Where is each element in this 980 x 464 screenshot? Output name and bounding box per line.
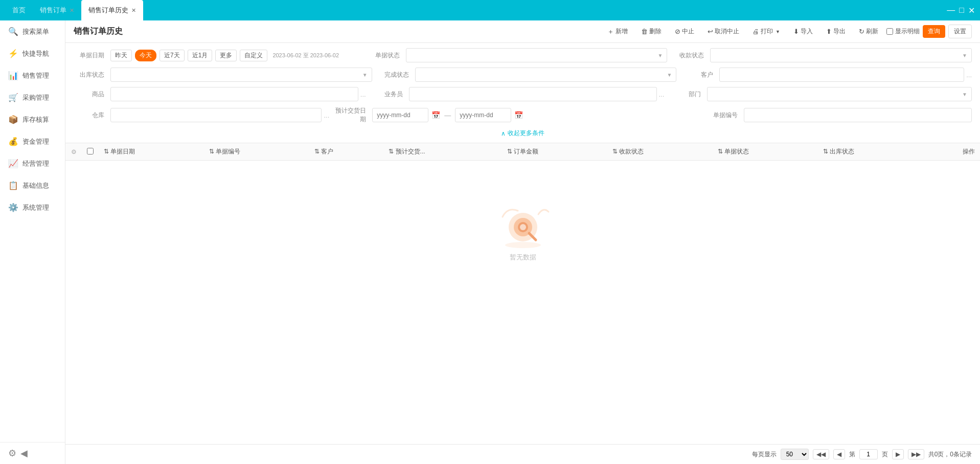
complete-status-select[interactable]: ▼ [415,68,677,82]
sidebar-item-sys-mgmt[interactable]: ⚙️系统管理 [0,196,65,218]
stop-label: 中止 [682,27,694,36]
sidebar-item-quick-nav[interactable]: ⚡快捷导航 [0,42,65,64]
sidebar-icon-base-info: 📋 [8,181,18,190]
calendar-start-icon[interactable]: 📅 [431,111,440,119]
minimize-button[interactable]: — [947,6,955,15]
warehouse-label: 仓库 [74,111,104,120]
table-header: ⚙ ⇅ 单据日期 ⇅ 单据编号 ⇅ 客户 [65,143,980,161]
tab-bar: 首页销售订单✕销售订单历史✕ [5,0,947,20]
warehouse-dots[interactable]: ... [324,112,329,119]
delete-button[interactable]: 🗑删除 [636,25,667,38]
delete-icon: 🗑 [641,28,648,35]
tab-close-sales-order-history[interactable]: ✕ [131,7,136,14]
sidebar-item-operations[interactable]: 📈经营管理 [0,152,65,174]
sidebar-label-quick-nav: 快捷导航 [22,49,49,58]
next-page-button[interactable]: ▶ [892,449,904,459]
data-table: ⚙ ⇅ 单据日期 ⇅ 单据编号 ⇅ 客户 [65,143,980,161]
date-option-自定义[interactable]: 自定义 [240,50,267,61]
collapse-sidebar-icon[interactable]: ◀ [20,448,28,459]
display-detail-checkbox[interactable] [886,28,893,35]
warehouse-input[interactable] [110,108,322,122]
table-area: ⚙ ⇅ 单据日期 ⇅ 单据编号 ⇅ 客户 [65,143,980,444]
outstock-status-arrow: ▼ [362,72,368,78]
maximize-button[interactable]: □ [959,6,964,15]
print-button[interactable]: 🖨打印▼ [747,25,785,38]
new-button[interactable]: ＋新增 [602,25,633,38]
last-page-button[interactable]: ▶▶ [908,449,924,459]
settings-button[interactable]: 设置 [948,25,972,38]
sidebar-item-purchase-mgmt[interactable]: 🛒采购管理 [0,86,65,108]
sidebar-icon-sys-mgmt: ⚙️ [8,203,18,212]
column-payment-status: ⇅ 收款状态 [607,143,713,161]
column-order-amount-label: ⇅ 订单金额 [507,148,538,155]
outstock-status-label: 出库状态 [74,71,104,79]
sidebar-item-finance[interactable]: 💰资金管理 [0,130,65,152]
delete-label: 删除 [649,27,662,36]
salesperson-dots[interactable]: ... [659,91,665,98]
query-button[interactable]: 查询 [923,25,945,38]
print-dropdown-icon: ▼ [776,29,780,34]
total-text: 共0页，0条记录 [928,450,972,459]
bill-no-label: 单据编号 [707,111,738,120]
date-option-近7天[interactable]: 近7天 [159,50,185,61]
goods-dots[interactable]: ... [360,91,366,98]
prev-page-button[interactable]: ◀ [833,449,845,459]
export-button[interactable]: ⬆导出 [821,25,851,38]
stop-button[interactable]: ⊘中止 [670,25,699,38]
sidebar-label-inventory: 库存核算 [22,115,49,124]
bill-status-select[interactable]: ▼ [406,48,668,62]
sidebar-item-base-info[interactable]: 📋基础信息 [0,174,65,196]
sidebar-item-search-menu[interactable]: 🔍搜索菜单 [0,20,65,42]
calendar-end-icon[interactable]: 📅 [514,111,523,119]
close-window-button[interactable]: ✕ [968,6,975,15]
filter-row-4: 仓库 ... 预计交货日期 📅 — 📅 单据编号 [74,106,972,124]
settings-icon[interactable]: ⚙ [8,448,16,459]
bill-status-arrow: ▼ [657,53,663,58]
outstock-status-select[interactable]: ▼ [110,68,372,82]
expected-date-start[interactable] [372,108,428,122]
collapse-filter-row[interactable]: ∧ 收起更多条件 [74,129,972,138]
column-settings[interactable]: ⚙ [65,143,82,161]
sidebar-item-inventory[interactable]: 📦库存核算 [0,108,65,130]
refresh-button[interactable]: ↻刷新 [854,25,883,38]
date-option-昨天[interactable]: 昨天 [110,50,132,61]
date-option-更多[interactable]: 更多 [215,50,237,61]
table-header-row: ⚙ ⇅ 单据日期 ⇅ 单据编号 ⇅ 客户 [65,143,980,161]
page-size-label: 每页显示 [752,450,777,459]
date-label: 单据日期 [74,51,104,60]
select-all-checkbox[interactable] [87,148,94,154]
first-page-button[interactable]: ◀◀ [813,449,829,459]
date-option-近1月[interactable]: 近1月 [188,50,213,61]
salesperson-input[interactable] [409,87,657,101]
payment-status-select[interactable]: ▼ [710,48,972,62]
column-outstock-status-label: ⇅ 出库状态 [823,148,854,155]
sidebar: 🔍搜索菜单⚡快捷导航📊销售管理🛒采购管理📦库存核算💰资金管理📈经营管理📋基础信息… [0,20,65,464]
main-layout: 🔍搜索菜单⚡快捷导航📊销售管理🛒采购管理📦库存核算💰资金管理📈经营管理📋基础信息… [0,20,980,464]
goods-input[interactable] [110,87,358,101]
column-bill-status-label: ⇅ 单据状态 [718,148,749,155]
date-option-今天[interactable]: 今天 [135,50,156,61]
dept-select[interactable]: ▼ [707,87,972,101]
payment-status-arrow: ▼ [962,53,967,58]
current-page-input[interactable] [859,449,878,459]
expected-date-end[interactable] [455,108,511,122]
column-bill-status: ⇅ 单据状态 [713,143,818,161]
sidebar-label-sys-mgmt: 系统管理 [22,203,49,212]
page-size-select[interactable]: 50 10 20 100 [781,449,809,460]
cancel-stop-button[interactable]: ↩取消中止 [702,25,744,38]
dept-arrow: ▼ [962,92,967,97]
payment-status-label: 收款状态 [673,51,704,60]
bill-no-input[interactable] [744,108,972,122]
customer-dots[interactable]: ... [966,71,972,79]
tab-home[interactable]: 首页 [5,0,33,20]
sidebar-label-operations: 经营管理 [22,159,49,168]
tab-sales-order-history[interactable]: 销售订单历史✕ [81,0,143,20]
column-order-amount: ⇅ 订单金额 [502,143,607,161]
tab-close-sales-order[interactable]: ✕ [70,7,74,14]
customer-input[interactable] [719,68,964,82]
tab-sales-order[interactable]: 销售订单✕ [33,0,81,20]
filter-row-2: 出库状态 ▼ 完成状态 ▼ 客户 ... [74,68,972,82]
sidebar-label-sales-mgmt: 销售管理 [22,71,49,80]
import-button[interactable]: ⬇导入 [788,25,818,38]
sidebar-item-sales-mgmt[interactable]: 📊销售管理 [0,64,65,86]
